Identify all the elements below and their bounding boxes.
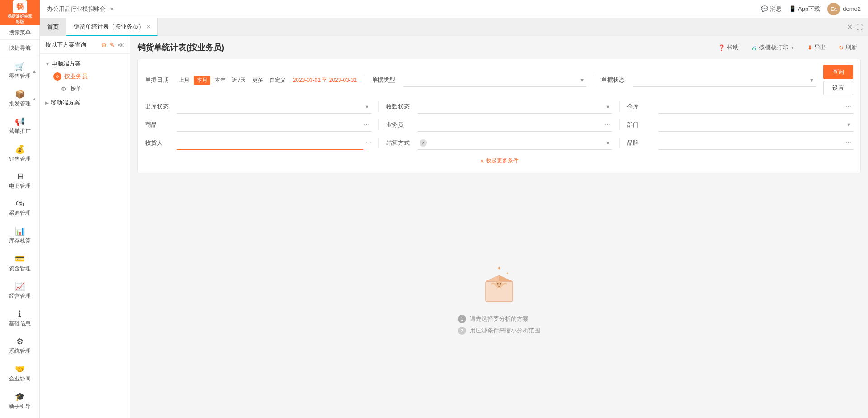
date-opt-thismonth[interactable]: 本月 — [194, 76, 210, 85]
salesperson-dropdown[interactable]: ··· — [418, 118, 612, 132]
scheme-tree: ▼ 电脑端方案 ⊙ 按业务员 ⚙ 按 — [40, 54, 130, 114]
export-icon: ⬇ — [807, 44, 812, 51]
pc-scheme-group: ▼ 电脑端方案 ⊙ 按业务员 ⚙ 按 — [40, 57, 130, 95]
print-arrow-icon[interactable]: ▼ — [790, 45, 795, 50]
consignee-input[interactable] — [177, 136, 363, 150]
sidebar-item-operation[interactable]: 📈 经营管理 — [0, 277, 39, 304]
empty-step-1: 1 请先选择要分析的方案 — [458, 315, 540, 323]
sidebar-item-wholesale[interactable]: 📦 批发管理 ▲ — [0, 85, 39, 112]
by-salesperson-icon-text: ⊙ — [56, 74, 59, 79]
empty-state: ✦ ✦ 1 请先选择要分析的方案 — [137, 179, 861, 413]
tab-close-icon[interactable]: × — [147, 24, 150, 30]
sidebar-item-purchase-label: 采购管理 — [9, 209, 31, 217]
sidebar-item-marketing-label: 营销推广 — [9, 128, 31, 135]
sidebar-item-ecommerce-label: 电商管理 — [9, 182, 31, 190]
department-dropdown[interactable]: ▼ — [659, 118, 853, 132]
avatar-text: Ea — [831, 6, 837, 12]
svg-point-5 — [500, 283, 501, 285]
sidebar-search-section[interactable]: 搜索菜单 — [0, 25, 39, 40]
settle-tag: × — [420, 139, 427, 147]
warehouse-dropdown[interactable]: ··· — [659, 100, 853, 114]
settle-tag-remove-button[interactable]: × — [420, 139, 427, 147]
refresh-button[interactable]: ↻ 刷新 — [835, 42, 861, 53]
collapse-scheme-icon[interactable]: ≪ — [118, 41, 124, 48]
product-dropdown[interactable]: ··· — [177, 118, 371, 132]
tab-home[interactable]: 首页 — [40, 18, 66, 36]
brand-dropdown[interactable]: ··· — [659, 136, 853, 150]
breadcrumb-text: 办公用品行业模拟账套 — [47, 5, 106, 13]
query-button[interactable]: 查询 — [823, 65, 853, 79]
sidebar-item-wholesale-label: 批发管理 — [9, 100, 31, 108]
tab-sales-stat[interactable]: 销货单统计表（按业务员） × — [66, 18, 158, 36]
inventory-icon: 📊 — [15, 226, 25, 236]
page-title-row: 销货单统计表(按业务员) ❓ 帮助 🖨 按模板打印 ▼ ⬇ 导出 — [137, 42, 861, 53]
app-download-button[interactable]: 📱 App下载 — [789, 5, 820, 13]
sidebar-item-marketing[interactable]: 📢 营销推广 — [0, 112, 39, 140]
sidebar-item-system[interactable]: ⚙ 系统管理 — [0, 332, 39, 360]
settle-arrow-icon: ▼ — [605, 140, 610, 146]
empty-step-2: 2 用过滤条件来缩小分析范围 — [458, 327, 540, 335]
edit-scheme-icon[interactable]: ✎ — [109, 41, 115, 48]
pc-scheme-parent[interactable]: ▼ 电脑端方案 — [40, 57, 130, 70]
settings-button[interactable]: 设置 — [823, 81, 853, 95]
payment-status-dropdown[interactable]: ▼ — [418, 100, 612, 114]
consignee-field: 收货人 ··· — [145, 136, 371, 150]
bill-type-arrow-icon: ▼ — [580, 77, 585, 83]
sidebar-item-finance[interactable]: 💳 资金管理 — [0, 249, 39, 277]
sidebar-item-newuser[interactable]: 🎓 新手引导 — [0, 387, 39, 415]
department-field: 部门 ▼ — [627, 118, 853, 132]
sidebar-item-sales[interactable]: 💰 销售管理 — [0, 140, 39, 167]
maximize-icon[interactable]: ⛶ — [856, 24, 863, 31]
divider-3 — [378, 101, 379, 112]
app-download-label: App下载 — [798, 5, 820, 13]
refresh-label: 刷新 — [845, 43, 857, 52]
bill-status-dropdown[interactable]: ▼ — [633, 73, 816, 87]
date-opt-thisyear[interactable]: 本年 — [213, 76, 227, 85]
date-opt-lastmonth[interactable]: 上月 — [177, 76, 191, 85]
message-button[interactable]: 💬 消息 — [761, 5, 782, 13]
breadcrumb-arrow-icon[interactable]: ▼ — [109, 6, 114, 12]
close-tab-icon[interactable]: ✕ — [847, 23, 853, 31]
sidebar-item-apps[interactable]: 🔲 应用中心 — [0, 415, 39, 418]
export-button[interactable]: ⬇ 导出 — [804, 42, 830, 53]
message-icon: 💬 — [761, 5, 768, 12]
sidebar-item-enterprise-label: 企业协同 — [9, 375, 31, 383]
page-title: 销货单统计表(按业务员) — [137, 42, 224, 53]
collapse-arrow-icon: ∧ — [480, 158, 484, 164]
stock-status-field: 出库状态 ▼ — [145, 100, 371, 114]
wholesale-icon: 📦 — [15, 89, 25, 99]
sidebar-item-inventory[interactable]: 📊 库存核算 — [0, 222, 39, 249]
main-area: 办公用品行业模拟账套 ▼ 💬 消息 📱 App下载 Ea demo2 首页 — [40, 0, 868, 418]
sidebar-item-enterprise[interactable]: 🤝 企业协同 — [0, 360, 39, 387]
sidebar-item-basic[interactable]: ℹ 基础信息 — [0, 304, 39, 332]
filter-row-1: 单据日期 上月 本月 本年 近7天 更多 自定义 2023-03-01 至 20… — [145, 65, 853, 95]
add-scheme-icon[interactable]: ⊕ — [101, 41, 107, 48]
print-button[interactable]: 🖨 按模板打印 ▼ — [748, 42, 798, 53]
bill-type-dropdown[interactable]: ▼ — [403, 73, 586, 87]
collapse-conditions-button[interactable]: ∧ 收起更多条件 — [145, 154, 853, 167]
sidebar-item-retail[interactable]: 🛒 零售管理 ▲ — [0, 57, 39, 85]
logo-sub: 标版 — [16, 19, 24, 25]
scheme-by-salesperson[interactable]: ⊙ 按业务员 — [40, 70, 130, 83]
scheme-panel-title: 按以下方案查询 — [45, 41, 99, 49]
bill-status-label: 单据状态 — [601, 76, 633, 84]
right-main-panel: 销货单统计表(按业务员) ❓ 帮助 🖨 按模板打印 ▼ ⬇ 导出 — [130, 36, 868, 418]
help-button[interactable]: ❓ 帮助 — [714, 42, 742, 53]
sidebar-item-inventory-label: 库存核算 — [9, 237, 31, 245]
date-opt-custom[interactable]: 自定义 — [268, 76, 288, 85]
search-menu-label[interactable]: 搜索菜单 — [9, 29, 31, 36]
sidebar-item-operation-label: 经营管理 — [9, 292, 31, 300]
quick-nav-label[interactable]: 快捷导航 — [9, 42, 31, 55]
settle-dropdown[interactable]: × ▼ — [418, 136, 612, 150]
stock-status-dropdown[interactable]: ▼ — [177, 100, 371, 114]
scheme-by-order[interactable]: ⚙ 按单 — [40, 83, 130, 95]
mobile-scheme-parent[interactable]: ▶ 移动端方案 — [40, 96, 130, 109]
sidebar-item-ecommerce[interactable]: 🖥 电商管理 — [0, 167, 39, 195]
sidebar-item-purchase[interactable]: 🛍 采购管理 — [0, 195, 39, 222]
department-label: 部门 — [627, 121, 659, 129]
date-range-display: 2023-03-01 至 2023-03-31 — [293, 76, 357, 84]
filter-row-4: 收货人 ··· 结算方式 × ▼ — [145, 136, 853, 150]
user-menu-button[interactable]: Ea demo2 — [827, 3, 861, 15]
date-opt-7days[interactable]: 近7天 — [230, 76, 248, 85]
date-opt-more[interactable]: 更多 — [250, 76, 265, 85]
